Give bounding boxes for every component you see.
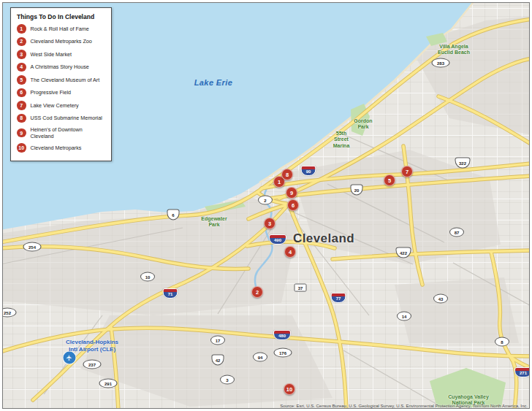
legend-item: 10 Cleveland Metroparks [17,143,105,153]
legend-item-label: Cleveland Metroparks [31,145,82,151]
legend-item: 1 Rock & Roll Hall of Fame [17,24,105,34]
legend-item: 2 Cleveland Metroparks Zoo [17,37,105,47]
route-shield-37: 37 [294,284,307,292]
legend-item-label: West Side Market [31,51,72,58]
map-canvas[interactable]: ✈ Source: Esri, U.S. Census Bureau, U.S.… [0,0,532,411]
airplane-glyph: ✈ [65,355,73,361]
route-shield-17: 17 [210,336,225,345]
legend-item-number: 6 [17,88,26,98]
map-attribution: Source: Esri, U.S. Census Bureau, U.S. G… [280,404,528,408]
legend-item-label: Cleveland Metroparks Zoo [31,38,92,45]
route-shield-14: 14 [397,312,411,321]
legend-item-number: 4 [17,63,26,72]
poi-marker-6[interactable]: 6 [287,199,299,211]
route-shield-490: 490 [269,234,286,245]
poi-marker-8[interactable]: 8 [281,169,293,180]
legend-item-number: 5 [17,75,26,85]
legend-item-number: 9 [17,128,26,138]
legend-item-number: 7 [17,101,26,110]
legend-list: 1 Rock & Roll Hall of Fame 2 Cleveland M… [17,24,105,153]
legend-item-label: The Cleveland Museum of Art [31,77,100,83]
route-shield-8: 8 [495,337,509,347]
legend-item-label: Rock & Roll Hall of Fame [31,26,89,32]
poi-marker-9[interactable]: 9 [286,187,297,199]
poi-marker-10[interactable]: 10 [284,383,295,395]
route-shield-10: 10 [140,272,155,282]
route-shield-87: 87 [449,228,464,237]
legend-item: 5 The Cleveland Museum of Art [17,75,105,85]
legend-item: 8 USS Cod Submarine Memorial [17,114,105,123]
route-shield-254: 254 [23,242,42,252]
route-shield-3: 3 [220,375,235,385]
legend-item: 4 A Christmas Story House [17,63,105,72]
route-shield-94: 94 [253,353,267,362]
legend-item-label: Progressive Field [31,89,72,96]
legend-item-number: 8 [17,114,26,123]
legend-item: 9 Heinen's of Downtown Cleveland [17,126,105,139]
poi-marker-5[interactable]: 5 [384,174,395,186]
route-shield-271: 271 [514,367,532,377]
legend-item-number: 10 [17,143,26,153]
legend-panel: Things To Do In Cleveland 1 Rock & Roll … [10,7,112,161]
legend-item-label: Heinen's of Downtown Cleveland [31,126,106,139]
legend-item-number: 2 [17,37,26,47]
poi-marker-7[interactable]: 7 [401,166,413,177]
route-shield-176: 176 [274,348,292,358]
legend-item-label: Lake View Cemetery [31,102,79,109]
poi-marker-4[interactable]: 4 [284,246,296,258]
legend-item: 6 Progressive Field [17,88,105,98]
poi-marker-3[interactable]: 3 [264,218,276,229]
route-shield-291: 291 [99,379,118,388]
route-shield-2: 2 [258,196,273,205]
poi-marker-2[interactable]: 2 [251,286,263,298]
legend-item-number: 3 [17,50,26,59]
legend-item-label: USS Cod Submarine Memorial [31,115,102,121]
route-shield-237: 237 [83,360,102,369]
legend-item-number: 1 [17,24,26,34]
legend-item-label: A Christmas Story House [31,64,89,70]
legend-item: 7 Lake View Cemetery [17,101,105,110]
route-shield-480: 480 [273,330,291,340]
legend-title: Things To Do In Cleveland [17,13,105,20]
route-shield-43: 43 [433,294,448,304]
airport-icon: ✈ [64,352,76,364]
route-shield-283: 283 [432,58,450,68]
legend-item: 3 West Side Market [17,50,105,59]
